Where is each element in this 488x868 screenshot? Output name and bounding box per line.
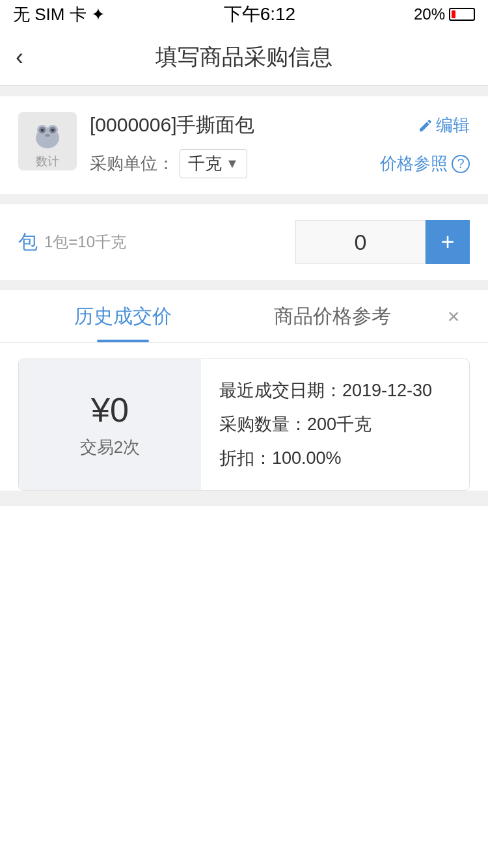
product-name: [0000006]手撕面包 (90, 112, 254, 139)
history-left-panel: ¥0 交易2次 (19, 359, 201, 490)
tab-history-price[interactable]: 历史成交价 (18, 290, 228, 342)
quantity-plus-button[interactable]: + (426, 220, 470, 264)
purchase-qty-label: 采购数量： (219, 414, 307, 434)
status-left: 无 SIM 卡 ✦ (13, 3, 105, 26)
help-icon: ? (452, 155, 470, 173)
history-price: ¥0 (91, 390, 129, 429)
tab-product-price-ref[interactable]: 商品价格参考 (228, 290, 437, 342)
quantity-input[interactable] (295, 220, 426, 264)
page-title: 填写商品采购信息 (156, 42, 332, 72)
back-button[interactable]: ‹ (16, 44, 23, 71)
quantity-conversion: 1包=10千克 (44, 232, 126, 252)
history-right-panel: 最近成交日期：2019-12-30 采购数量：200千克 折扣：100.00% (201, 359, 469, 490)
quantity-input-group: + (295, 220, 470, 264)
discount-label: 折扣： (219, 448, 272, 468)
svg-point-7 (45, 134, 50, 137)
history-discount: 折扣：100.00% (219, 446, 451, 471)
unit-label: 采购单位： 千克 ▼ (90, 149, 247, 178)
product-logo-icon (28, 113, 67, 152)
quantity-label: 包 1包=10千克 (18, 229, 126, 256)
product-info: [0000006]手撕面包 编辑 采购单位： 千克 ▼ 价格 (90, 112, 470, 178)
status-time: 下午6:12 (224, 2, 296, 27)
discount-value: 100.00% (272, 448, 342, 468)
unit-value: 千克 (188, 152, 222, 175)
quantity-unit-badge: 包 (18, 229, 38, 256)
chevron-down-icon: ▼ (226, 156, 239, 171)
status-bar: 无 SIM 卡 ✦ 下午6:12 20% (0, 0, 488, 29)
recent-date-label: 最近成交日期： (219, 381, 342, 400)
product-header: 数计 [0000006]手撕面包 编辑 采购单位： 千克 ▼ (18, 112, 470, 178)
history-recent-date: 最近成交日期：2019-12-30 (219, 379, 451, 403)
history-purchase-qty: 采购数量：200千克 (219, 413, 451, 437)
tabs-container: 历史成交价 商品价格参考 × ¥0 交易2次 最近成交日期：2019-12-30… (0, 290, 488, 491)
nav-bar: ‹ 填写商品采购信息 (0, 29, 488, 86)
price-ref-label: 价格参照 (380, 152, 448, 175)
edit-label: 编辑 (436, 114, 470, 137)
history-transactions: 交易2次 (80, 436, 140, 459)
tabs-header: 历史成交价 商品价格参考 × (0, 290, 488, 343)
recent-date-value: 2019-12-30 (342, 381, 432, 400)
svg-point-5 (41, 129, 44, 131)
unit-select-dropdown[interactable]: 千克 ▼ (180, 149, 247, 178)
product-image: 数计 (18, 112, 77, 170)
svg-point-6 (51, 129, 54, 131)
purchase-qty-value: 200千克 (307, 414, 372, 434)
product-card: 数计 [0000006]手撕面包 编辑 采购单位： 千克 ▼ (0, 96, 488, 194)
quantity-row: 包 1包=10千克 + (0, 204, 488, 280)
status-right: 20% (414, 5, 475, 23)
product-top-row: [0000006]手撕面包 编辑 (90, 112, 470, 139)
battery-percent: 20% (414, 5, 445, 23)
price-reference-button[interactable]: 价格参照 ? (380, 152, 470, 175)
tab-close-button[interactable]: × (437, 300, 470, 332)
battery-icon (449, 8, 475, 21)
history-card: ¥0 交易2次 最近成交日期：2019-12-30 采购数量：200千克 折扣：… (18, 359, 470, 491)
edit-icon (418, 118, 433, 133)
edit-button[interactable]: 编辑 (418, 114, 470, 137)
bottom-area (0, 506, 488, 868)
product-unit-row: 采购单位： 千克 ▼ 价格参照 ? (90, 149, 470, 178)
